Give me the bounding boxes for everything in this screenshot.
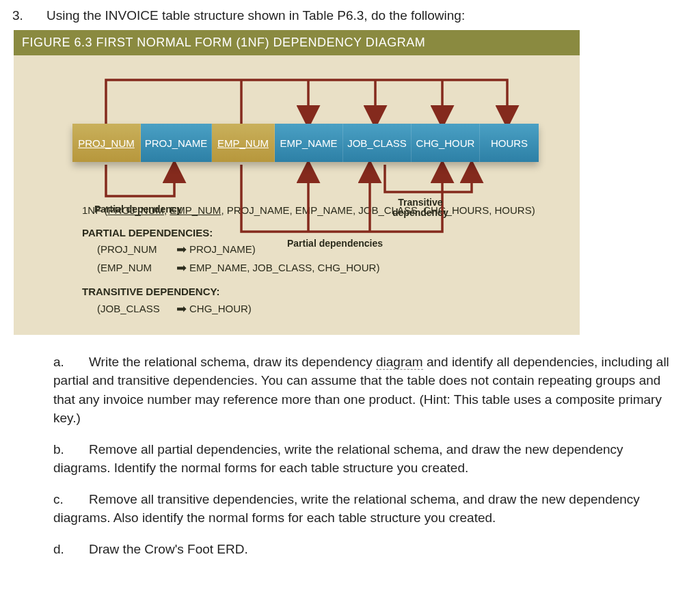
attr-proj-name: PROJ_NAME — [141, 124, 212, 162]
label-partial-dependency: Partial dependency — [94, 204, 182, 215]
label-partial-dependencies: Partial dependencies — [287, 238, 383, 249]
question-text: Using the INVOICE table structure shown … — [46, 8, 688, 23]
transitive-row: (JOB_CLASS ➡ CHG_HOUR) — [82, 300, 561, 318]
page: 3. Using the INVOICE table structure sho… — [0, 0, 700, 591]
arrow-icon: ➡ — [176, 259, 185, 277]
figure-title: FIGURE 6.3 FIRST NORMAL FORM (1NF) DEPEN… — [14, 30, 580, 55]
attr-emp-num: EMP_NUM — [212, 124, 275, 162]
question-number: 3. — [12, 8, 27, 23]
transitive-dependency-title: TRANSITIVE DEPENDENCY: — [82, 284, 561, 300]
arrow-icon: ➡ — [176, 300, 185, 318]
attr-chg-hour: CHG_HOUR — [412, 124, 480, 162]
attribute-bar: PROJ_NUM PROJ_NAME EMP_NUM EMP_NAME JOB_… — [72, 124, 539, 162]
attr-emp-name: EMP_NAME — [275, 124, 343, 162]
sub-questions: a.Write the relational schema, draw its … — [12, 353, 688, 559]
attr-hours: HOURS — [480, 124, 539, 162]
sub-a: a.Write the relational schema, draw its … — [53, 353, 681, 428]
sub-b: b.Remove all partial dependencies, write… — [53, 440, 681, 478]
attr-job-class: JOB_CLASS — [343, 124, 412, 162]
sub-c: c.Remove all transitive dependencies, wr… — [53, 490, 681, 528]
attr-proj-num: PROJ_NUM — [72, 124, 141, 162]
arrow-icon: ➡ — [176, 241, 185, 259]
figure-container: FIGURE 6.3 FIRST NORMAL FORM (1NF) DEPEN… — [14, 30, 580, 335]
figure-body: PROJ_NUM PROJ_NAME EMP_NUM EMP_NAME JOB_… — [14, 55, 580, 335]
schema-block: 1NF (PROJ_NUM, EMP_NUM, PROJ_NAME, EMP_N… — [82, 203, 561, 318]
label-transitive-dependency: Transitive dependency — [392, 197, 448, 219]
partial-row-2: (EMP_NUM ➡ EMP_NAME, JOB_CLASS, CHG_HOUR… — [82, 259, 561, 277]
sub-d: d.Draw the Crow's Foot ERD. — [53, 540, 681, 559]
question-line: 3. Using the INVOICE table structure sho… — [12, 8, 688, 23]
